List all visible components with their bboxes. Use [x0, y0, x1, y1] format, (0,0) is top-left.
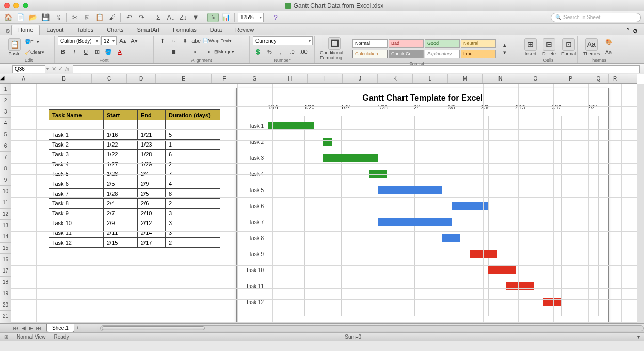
vertical-scrollbar[interactable] [637, 84, 644, 341]
underline-button[interactable]: U [81, 47, 91, 56]
col-header-D[interactable]: D [127, 74, 156, 83]
font-name-select[interactable]: Calibri (Body) [58, 36, 100, 45]
decrease-font-icon[interactable]: A▾ [129, 36, 139, 45]
row-header-13[interactable]: 13 [0, 220, 11, 231]
format-painter-icon[interactable]: 🖌 [107, 13, 117, 22]
col-header-A[interactable]: A [11, 74, 36, 83]
style-calculation[interactable]: Calculation [352, 50, 388, 58]
tab-prev-icon[interactable]: ◀ [21, 325, 27, 331]
autosum-icon[interactable]: Σ [153, 13, 164, 22]
font-color-icon[interactable]: A [115, 47, 125, 56]
row-header-9[interactable]: 9 [0, 174, 11, 186]
row-header-19[interactable]: 19 [0, 288, 11, 299]
percent-icon[interactable]: % [264, 47, 275, 56]
font-size-select[interactable]: 12 [101, 36, 117, 45]
col-header-B[interactable]: B [36, 74, 92, 83]
row-header-14[interactable]: 14 [0, 231, 11, 243]
select-all-corner[interactable]: ◢ [0, 74, 11, 84]
row-header-21[interactable]: 21 [0, 311, 11, 322]
col-header-H[interactable]: H [272, 74, 308, 83]
gantt-bar[interactable] [442, 234, 461, 242]
theme-fonts-icon[interactable]: Aa [604, 47, 614, 57]
col-header-O[interactable]: O [518, 74, 553, 83]
sort-az-icon[interactable]: A↓ [166, 13, 176, 22]
increase-indent-icon[interactable]: ⇥ [202, 47, 213, 56]
row-header-5[interactable]: 5 [0, 129, 11, 140]
col-header-N[interactable]: N [483, 74, 518, 83]
style-normal[interactable]: Normal [352, 39, 388, 48]
fx-icon[interactable]: fx [207, 13, 219, 22]
gantt-bar[interactable] [323, 154, 378, 162]
tab-next-icon[interactable]: ▶ [28, 325, 34, 331]
table-row[interactable]: Task 92/72/103 [49, 209, 220, 218]
row-header-11[interactable]: 11 [0, 197, 11, 209]
data-table[interactable]: Task NameStartEndDuration (days) Task 11… [49, 109, 220, 248]
tab-formulas[interactable]: Formulas [166, 25, 203, 35]
table-row[interactable]: Task 112/112/143 [49, 228, 220, 238]
formula-input[interactable] [73, 65, 640, 73]
spreadsheet-grid[interactable]: ◢ ABCDEFGHIJKLMNOPQR 1234567891011121314… [0, 74, 644, 341]
tab-charts[interactable]: Charts [100, 25, 130, 35]
col-header-L[interactable]: L [413, 74, 448, 83]
row-header-16[interactable]: 16 [0, 254, 11, 265]
align-middle-icon[interactable]: ↔ [168, 36, 179, 45]
row-header-3[interactable]: 3 [0, 106, 11, 118]
search-input[interactable]: 🔍 Search in Sheet [551, 13, 641, 22]
style-good[interactable]: Good [425, 39, 460, 48]
table-row[interactable]: Task 31/221/286 [49, 150, 220, 159]
align-center-icon[interactable]: ≣ [168, 47, 179, 56]
wrap-text-button[interactable]: 📄 Wrap Text ▾ [202, 36, 232, 45]
tab-data[interactable]: Data [203, 25, 229, 35]
tab-first-icon[interactable]: ⏮ [12, 325, 20, 331]
table-row[interactable]: Task 41/271/292 [49, 159, 220, 169]
col-header-E[interactable]: E [156, 74, 212, 83]
currency-icon[interactable]: 💲 [253, 47, 263, 56]
ribbon-menu-icon[interactable]: ⚙ [4, 28, 11, 35]
view-mode-cells-icon[interactable]: ⊞ [4, 334, 8, 340]
decrease-decimal-icon[interactable]: .0 [287, 47, 297, 56]
column-headers[interactable]: ABCDEFGHIJKLMNOPQR [11, 74, 637, 84]
row-header-10[interactable]: 10 [0, 186, 11, 197]
row-header-4[interactable]: 4 [0, 118, 11, 129]
cancel-formula-icon[interactable]: ✕ [52, 66, 56, 72]
row-header-15[interactable]: 15 [0, 243, 11, 254]
themes-button[interactable]: AaThemes [581, 37, 602, 57]
tab-last-icon[interactable]: ⏭ [35, 325, 42, 331]
styles-scroll-down-icon[interactable]: ▾ [500, 50, 510, 56]
close-window-button[interactable] [4, 3, 10, 8]
col-header-K[interactable]: K [378, 74, 413, 83]
align-right-icon[interactable]: ≡ [180, 47, 190, 56]
table-row[interactable]: Task 82/42/62 [49, 199, 220, 209]
table-row[interactable]: Task 11/161/215 [49, 130, 220, 140]
zoom-select[interactable]: 125% [238, 13, 264, 22]
tab-home[interactable]: Home [11, 25, 40, 35]
show-formulas-icon[interactable]: 📊 [221, 13, 231, 22]
undo-icon[interactable]: ↶ [124, 13, 134, 22]
align-bottom-icon[interactable]: ⬇ [180, 36, 190, 45]
ribbon-options-icon[interactable]: ⚙ [633, 28, 638, 35]
tab-tables[interactable]: Tables [70, 25, 100, 35]
table-header[interactable]: End [138, 110, 166, 120]
col-header-J[interactable]: J [343, 74, 378, 83]
table-row[interactable]: Task 62/52/94 [49, 179, 220, 189]
sort-za-icon[interactable]: Z↓ [178, 13, 188, 22]
redo-icon[interactable]: ↷ [136, 13, 147, 22]
increase-decimal-icon[interactable]: .00 [298, 47, 309, 56]
col-header-R[interactable]: R [609, 74, 621, 83]
tab-layout[interactable]: Layout [40, 25, 70, 35]
sheet-tab-sheet1[interactable]: Sheet1 [46, 324, 74, 332]
filter-icon[interactable]: ▼ [190, 13, 201, 22]
name-box[interactable]: Q36 [12, 65, 45, 73]
align-left-icon[interactable]: ≡ [157, 47, 167, 56]
add-sheet-icon[interactable]: + [76, 325, 79, 331]
table-row[interactable]: Task 51/282/47 [49, 169, 220, 179]
help-icon[interactable]: ? [270, 13, 281, 22]
row-header-8[interactable]: 8 [0, 163, 11, 174]
style-check-cell[interactable]: Check Cell [389, 50, 424, 58]
clear-icon[interactable]: 🧹 Clear ▾ [24, 47, 45, 57]
styles-scroll-up-icon[interactable]: ▴ [500, 42, 510, 49]
theme-colors-icon[interactable]: 🎨 [604, 37, 614, 46]
table-header[interactable]: Start [104, 110, 138, 120]
gantt-bar[interactable] [488, 266, 516, 274]
fill-color-icon[interactable]: 🪣 [103, 47, 114, 56]
